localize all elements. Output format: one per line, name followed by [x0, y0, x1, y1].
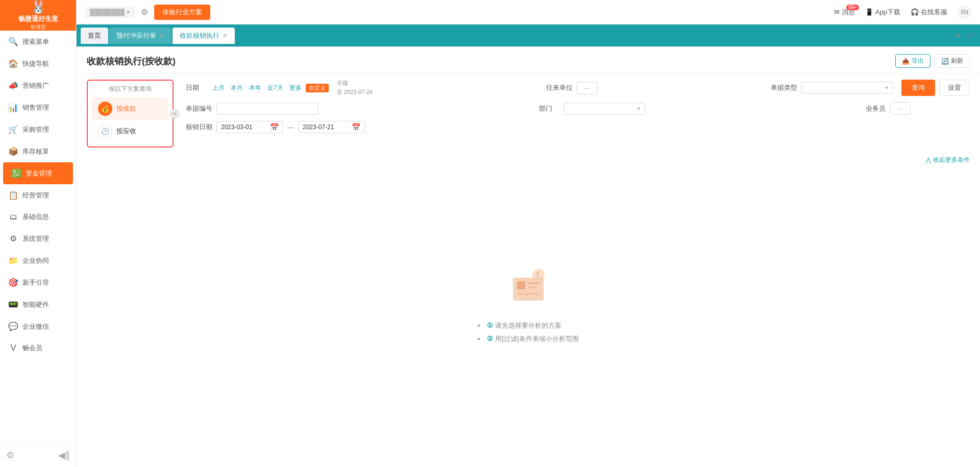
date-range-separator: —	[287, 124, 294, 131]
doc-number-input[interactable]	[216, 103, 318, 115]
sidebar-icon-9: ⚙	[8, 234, 18, 243]
sidebar-label-5: 库存核算	[22, 147, 49, 156]
query-panel: 按以下方案查询 💰 按收款 🕐 按应收 «	[87, 80, 174, 148]
tab-close-all-btn[interactable]: ✕	[952, 29, 963, 42]
svg-rect-1	[517, 281, 525, 289]
date-7days[interactable]: 近7天	[265, 83, 285, 93]
export-btn[interactable]: 📤 导出	[895, 54, 930, 68]
sidebar-item-14[interactable]: V畅会员	[0, 337, 76, 359]
tab-home[interactable]: 首页	[81, 28, 108, 44]
settings-filter-btn[interactable]: 设置	[939, 80, 970, 96]
salesperson-label: 业务员	[866, 104, 886, 113]
empty-tips: ①请先选择要分析的方案 ②用[过滤]条件来缩小分析范围	[478, 319, 578, 346]
svg-rect-4	[517, 293, 540, 295]
collapse-label: 收起更多条件	[933, 156, 970, 164]
sidebar-item-8[interactable]: 🗂基础信息	[0, 206, 76, 228]
topbar-gear-icon[interactable]: ⚙	[141, 7, 148, 17]
user-avatar-btn[interactable]: Rit	[958, 5, 972, 19]
avatar-text: Rit	[961, 9, 969, 16]
filter-actions: 查询 设置	[901, 80, 970, 96]
tab-receipt-close[interactable]: ✕	[223, 32, 228, 39]
sidebar-item-13[interactable]: 💬企业微信	[0, 315, 76, 337]
filter-row-2: 单据编号 部门 业务员	[186, 102, 970, 115]
tabbar: 首页 预付冲应付单 ✕ 收款核销执行 ✕ ✕ ⤢	[77, 24, 980, 47]
writeoff-end-calendar-icon[interactable]: 📅	[352, 123, 360, 131]
sidebar-item-7[interactable]: 📋经营管理	[0, 184, 76, 206]
date-this-year[interactable]: 本年	[247, 83, 263, 93]
date-field: 日期 上月 本月 本年 近7天 更多 自定义	[186, 83, 329, 93]
page-content: 收款核销执行(按收款) 📤 导出 🔄 刷新 按以下方案查询 💰 按收款	[77, 47, 980, 467]
sidebar-item-12[interactable]: 📟智能硬件	[0, 293, 76, 315]
user-dropdown-icon[interactable]: ▾	[127, 9, 130, 16]
salesperson-input[interactable]: ···	[890, 102, 911, 115]
online-service-label: 在线客服	[921, 8, 947, 17]
online-service-btn[interactable]: 🎧 在线客服	[911, 8, 947, 17]
current-user-label: ████████	[90, 9, 125, 16]
tabbar-actions: ✕ ⤢	[952, 29, 976, 42]
logo-icon: 🐰	[31, 0, 46, 14]
sidebar-label-10: 企业协同	[22, 256, 49, 265]
panel-collapse-btn[interactable]: «	[169, 109, 180, 119]
sidebar-icon-6: 💹	[11, 168, 21, 178]
writeoff-date-field: 核销日期 📅 — 📅	[186, 121, 365, 133]
date-no-limit-area: 不限 至 2023-07-26	[337, 80, 373, 96]
filter-row-1: 日期 上月 本月 本年 近7天 更多 自定义 不限 至 2023-07-26	[186, 80, 970, 96]
tab-prepay[interactable]: 预付冲应付单 ✕	[109, 28, 172, 44]
writeoff-start-calendar-icon[interactable]: 📅	[270, 123, 279, 131]
empty-tip1: 请先选择要分析的方案	[495, 322, 561, 329]
sidebar-icon-2: 📣	[8, 81, 18, 90]
avatar: Rit	[958, 5, 972, 19]
sidebar-icon-12: 📟	[8, 300, 18, 309]
user-switcher[interactable]: ████████ ▾	[85, 7, 135, 18]
sidebar-item-11[interactable]: 🎯新手引导	[0, 272, 76, 293]
date-custom-tag[interactable]: 自定义	[306, 84, 329, 92]
sidebar-item-1[interactable]: 🏠快捷导航	[0, 53, 76, 75]
sidebar-item-2[interactable]: 📣营销推广	[0, 75, 76, 96]
query-btn[interactable]: 查询	[901, 80, 935, 96]
doc-type-select[interactable]	[801, 82, 893, 94]
query-by-receivable[interactable]: 🕐 按应收	[92, 120, 168, 142]
sidebar-item-3[interactable]: 📊销售管理	[0, 96, 76, 118]
filter-row-3: 核销日期 📅 — 📅	[186, 121, 970, 133]
date-last-month[interactable]: 上月	[210, 83, 227, 93]
date-this-month[interactable]: 本月	[229, 83, 245, 93]
sidebar-item-0[interactable]: 🔍搜索菜单	[0, 31, 76, 53]
sidebar-item-10[interactable]: 📁企业协同	[0, 250, 76, 272]
tab-prepay-close[interactable]: ✕	[159, 32, 164, 39]
sidebar-item-9[interactable]: ⚙系统管理	[0, 228, 76, 250]
counterparty-input[interactable]: ···	[577, 82, 597, 94]
sidebar-label-11: 新手引导	[22, 278, 49, 287]
solution-btn[interactable]: 体验行业方案	[154, 5, 210, 20]
sidebar-item-6[interactable]: 💹资金管理	[3, 162, 73, 184]
message-btn[interactable]: ✉ 消息 99+	[834, 8, 855, 17]
settings-bottom-icon[interactable]: ⚙	[6, 450, 14, 461]
tab-expand-btn[interactable]: ⤢	[965, 29, 976, 42]
tab-receipt[interactable]: 收款核销执行 ✕	[173, 28, 235, 44]
date-label: 日期	[186, 83, 206, 92]
collapse-more-btn[interactable]: ⋀ 收起更多条件	[926, 156, 970, 164]
app-download-btn[interactable]: 📱 App下载	[865, 8, 900, 17]
writeoff-start-input[interactable]	[221, 124, 267, 131]
sidebar-icon-5: 📦	[8, 146, 18, 156]
query-panel-title: 按以下方案查询	[92, 85, 168, 93]
query-by-receipt[interactable]: 💰 按收款	[92, 97, 168, 120]
salesperson-field: 业务员 ···	[866, 102, 911, 115]
counterparty-field: 往来单位 ···	[546, 82, 597, 94]
sidebar-item-5[interactable]: 📦库存核算	[0, 140, 76, 162]
writeoff-end-input[interactable]	[303, 124, 349, 131]
topbar-right: ✉ 消息 99+ 📱 App下载 🎧 在线客服 Rit	[834, 5, 972, 19]
page-header: 收款核销执行(按收款) 📤 导出 🔄 刷新	[77, 47, 980, 73]
sidebar-icon-14: V	[8, 343, 18, 353]
no-limit-label: 不限	[337, 80, 373, 87]
refresh-btn[interactable]: 🔄 刷新	[935, 54, 970, 68]
date-more[interactable]: 更多	[287, 83, 304, 93]
collapse-bar: ⋀ 收起更多条件	[77, 154, 980, 168]
sidebar-icon-4: 🛒	[8, 125, 18, 134]
writeoff-end-wrapper: 📅	[298, 121, 365, 133]
sidebar-item-4[interactable]: 🛒采购管理	[0, 118, 76, 140]
date-shortcuts: 上月 本月 本年 近7天 更多 自定义	[210, 83, 329, 93]
doc-type-field: 单据类型	[771, 82, 893, 94]
department-select[interactable]	[564, 103, 645, 115]
refresh-label: 刷新	[951, 57, 963, 65]
collapse-sidebar-btn[interactable]: ◀‖	[58, 450, 70, 461]
